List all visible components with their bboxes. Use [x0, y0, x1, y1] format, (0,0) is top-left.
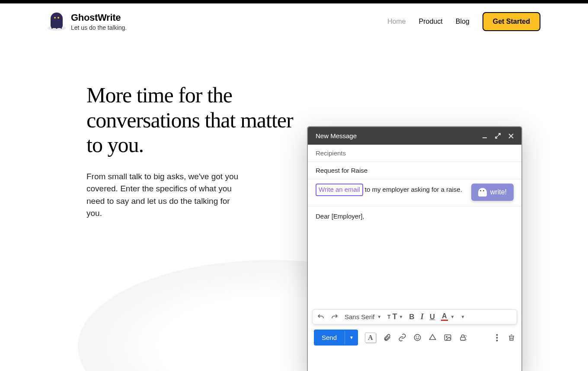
hero-subtext: From small talk to big asks, we've got y…	[86, 171, 246, 220]
underline-icon[interactable]: U	[430, 313, 435, 321]
svg-point-2	[416, 337, 416, 337]
chevron-down-icon: ▼	[451, 314, 455, 319]
trash-icon[interactable]	[508, 334, 515, 342]
svg-point-9	[496, 339, 498, 341]
svg-point-5	[446, 336, 447, 337]
compose-title: New Message	[316, 132, 357, 140]
prompt-rest: to my employer asking for a raise.	[363, 186, 462, 193]
undo-icon[interactable]	[317, 313, 325, 321]
confidential-icon[interactable]	[459, 333, 467, 342]
italic-icon[interactable]: I	[421, 312, 424, 321]
svg-point-1	[414, 334, 420, 340]
text-color-icon[interactable]: A ▼	[441, 313, 454, 321]
send-label: Send	[314, 330, 345, 346]
svg-point-7	[496, 334, 498, 336]
get-started-button[interactable]: Get Started	[483, 12, 540, 31]
header: GhostWrite Let us do the talking. Home P…	[0, 3, 588, 40]
drive-icon[interactable]	[428, 333, 437, 342]
format-toolbar: Sans Serif ▼ TT ▼ B I U A ▼ ▼	[312, 309, 517, 324]
recipients-field[interactable]: Recipients	[308, 145, 521, 162]
brand-tagline: Let us do the talking.	[71, 24, 127, 31]
close-icon[interactable]	[508, 133, 514, 139]
main-nav: Home Product Blog Get Started	[387, 12, 540, 31]
prompt-row: Write an email to my employer asking for…	[308, 179, 521, 206]
svg-point-3	[418, 337, 419, 337]
logo-section[interactable]: GhostWrite Let us do the talking.	[48, 12, 127, 31]
redo-icon[interactable]	[331, 313, 339, 321]
attachment-icon[interactable]	[383, 333, 391, 342]
expand-icon[interactable]	[495, 133, 501, 139]
brand-name: GhostWrite	[71, 12, 127, 23]
prompt-tag: Write an email	[316, 184, 363, 196]
write-button-label: write!	[490, 188, 507, 196]
chevron-down-icon: ▼	[377, 314, 381, 319]
top-stripe	[0, 0, 588, 3]
nav-blog[interactable]: Blog	[456, 18, 470, 25]
link-icon[interactable]	[398, 333, 406, 342]
font-name: Sans Serif	[345, 313, 374, 320]
nav-product[interactable]: Product	[419, 18, 443, 25]
svg-rect-6	[460, 337, 465, 340]
hero-headline: More time for the conversations that mat…	[86, 83, 294, 158]
send-dropdown-icon[interactable]: ▼	[345, 331, 358, 344]
font-format-icon[interactable]: A	[365, 333, 376, 343]
chevron-down-icon: ▼	[399, 314, 403, 319]
svg-point-8	[496, 337, 498, 339]
bold-icon[interactable]: B	[409, 313, 414, 321]
emoji-icon[interactable]	[413, 333, 422, 342]
font-select[interactable]: Sans Serif ▼	[345, 313, 381, 320]
prompt-text[interactable]: Write an email to my employer asking for…	[316, 184, 466, 196]
email-body[interactable]: Dear [Employer],	[308, 206, 521, 309]
compose-bottom-bar: Send ▼ A	[308, 324, 521, 351]
subject-field[interactable]: Request for Raise	[308, 162, 521, 179]
nav-home[interactable]: Home	[387, 18, 406, 25]
hero-section: More time for the conversations that mat…	[0, 40, 588, 220]
ghost-logo-icon	[48, 13, 66, 31]
image-icon[interactable]	[444, 333, 452, 342]
send-button[interactable]: Send ▼	[314, 330, 358, 346]
write-button[interactable]: write!	[471, 184, 514, 201]
more-options-icon[interactable]	[496, 334, 498, 342]
ghost-icon	[478, 188, 487, 197]
minimize-icon[interactable]	[482, 133, 487, 139]
compose-header: New Message	[308, 127, 521, 145]
more-format-icon[interactable]: ▼	[460, 314, 465, 319]
compose-window: New Message Recipients Request for Raise…	[307, 126, 522, 371]
text-size-icon[interactable]: TT ▼	[387, 312, 403, 321]
